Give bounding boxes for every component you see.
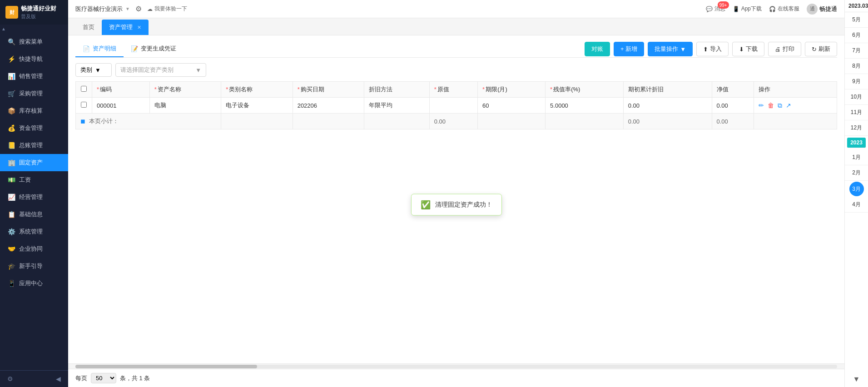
table-header-row: *编码 *资产名称 *类别名称 *购买日期 折旧方法 *原值 *期限(月) *残… [76, 82, 837, 98]
th-accumulated-depreciation: 期初累计折旧 [623, 82, 712, 98]
tabs-bar: 首页 资产管理 ✕ [68, 18, 844, 35]
subtotal-net-value: 0.00 [712, 114, 754, 129]
sidebar-item-basics[interactable]: 📋 基础信息 [0, 206, 68, 223]
topbar: 医疗器械行业演示 ▼ ⚙ ☁ 我要体验一下 💬 消息 99+ 📱 App下载 🎧… [68, 0, 844, 18]
month-item-12[interactable]: 12月 [845, 120, 868, 136]
edit-icon[interactable]: ✏ [759, 102, 764, 109]
sidebar-item-label: 资金管理 [19, 124, 43, 132]
search-icon: 🔍 [7, 38, 15, 46]
print-button[interactable]: 🖨 打印 [768, 42, 801, 56]
payroll-icon: 💵 [7, 176, 15, 184]
sidebar-item-guide[interactable]: 🎓 新手引导 [0, 258, 68, 275]
fixed-assets-icon: 🏢 [7, 159, 15, 167]
month-item-9[interactable]: 9月 [845, 74, 868, 89]
batch-button[interactable]: 批量操作 ▼ [648, 42, 693, 56]
month-item-1[interactable]: 1月 [845, 150, 868, 165]
category-input[interactable]: 请选择固定资产类别 ▼ [115, 63, 206, 77]
company-dropdown-arrow: ▼ [125, 6, 130, 11]
row-checkbox[interactable] [81, 102, 87, 108]
month-item-8[interactable]: 8月 [845, 59, 868, 74]
sidebar-item-payroll[interactable]: 💵 工资 [0, 171, 68, 189]
row-period: 60 [478, 98, 546, 114]
batch-label: 批量操作 [655, 45, 678, 53]
sidebar-item-app-center[interactable]: 📱 应用中心 [0, 275, 68, 292]
panel-down-icon[interactable]: ▼ [851, 373, 862, 385]
subtotal-empty-1 [221, 114, 293, 129]
month-item-3-active[interactable]: 3月 [849, 182, 864, 196]
sidebar-item-sales[interactable]: 📊 销售管理 [0, 68, 68, 85]
refresh-button[interactable]: ↻ 刷新 [805, 42, 837, 56]
month-item-4[interactable]: 4月 [845, 197, 868, 213]
sidebar-item-label: 采购管理 [19, 89, 43, 98]
tab-close-icon[interactable]: ✕ [137, 25, 141, 30]
sidebar-item-system[interactable]: ⚙️ 系统管理 [0, 223, 68, 240]
row-purchase-date: 202206 [293, 98, 364, 114]
message-action[interactable]: 💬 消息 99+ [706, 5, 725, 13]
copy-icon[interactable]: ⧉ [778, 102, 782, 109]
download-arrow-icon: ⬇ [739, 46, 744, 53]
subtab-asset-detail-label: 资产明细 [93, 45, 116, 53]
subtab-change-voucher[interactable]: 📝 变更生成凭证 [124, 41, 184, 57]
reconcile-button[interactable]: 对账 [585, 42, 610, 56]
experience-label: 我要体验一下 [154, 5, 187, 13]
sidebar-item-search[interactable]: 🔍 搜索菜单 [0, 33, 68, 50]
content-inner: 📄 资产明细 📝 变更生成凭证 对账 + 新增 批量操作 ▼ ⬆ [68, 35, 844, 363]
month-item-11[interactable]: 11月 [845, 105, 868, 120]
subtotal-empty-3 [364, 114, 430, 129]
sidebar-item-purchase[interactable]: 🛒 采购管理 [0, 85, 68, 102]
bottom-scrollbar[interactable] [68, 363, 844, 369]
sidebar-item-funds[interactable]: 💰 资金管理 [0, 119, 68, 137]
subtabs: 📄 资产明细 📝 变更生成凭证 对账 + 新增 批量操作 ▼ ⬆ [75, 41, 837, 58]
experience-btn[interactable]: ☁ 我要体验一下 [147, 5, 187, 13]
th-net-value: 净值 [712, 82, 754, 98]
th-period: *期限(月) [478, 82, 546, 98]
category-filter-select[interactable]: 类别 ▼ [75, 63, 112, 77]
sales-icon: 📊 [7, 72, 15, 80]
delete-icon[interactable]: 🗑 [768, 102, 774, 109]
month-item-5[interactable]: 5月 [845, 12, 868, 28]
topbar-settings-icon[interactable]: ⚙ [135, 5, 142, 13]
month-item-10[interactable]: 10月 [845, 89, 868, 105]
new-button[interactable]: + 新增 [614, 42, 644, 56]
sidebar: 财 畅捷通好业财 普及版 ▲ 🔍 搜索菜单 ⚡ 快捷导航 📊 销售管理 🛒 采购… [0, 0, 68, 387]
service-icon: 🎧 [769, 6, 776, 12]
per-page-label: 每页 [75, 374, 87, 382]
sidebar-item-quick-nav[interactable]: ⚡ 快捷导航 [0, 50, 68, 68]
online-service-action[interactable]: 🎧 在线客服 [769, 5, 799, 13]
sidebar-scroll-up[interactable]: ▲ [1, 26, 6, 31]
online-service-label: 在线客服 [778, 5, 799, 13]
month-item-7[interactable]: 7月 [845, 43, 868, 59]
th-code: *编码 [92, 82, 150, 98]
sidebar-item-label: 系统管理 [19, 228, 43, 236]
guide-icon: 🎓 [7, 262, 15, 270]
app-download-action[interactable]: 📱 App下载 [733, 5, 762, 13]
settings-bottom-icon[interactable]: ⚙ [7, 375, 13, 382]
topbar-right: 💬 消息 99+ 📱 App下载 🎧 在线客服 通 畅捷通 [706, 4, 837, 15]
tab-home[interactable]: 首页 [75, 20, 102, 35]
download-button[interactable]: ⬇ 下载 [732, 42, 764, 56]
sidebar-item-label: 固定资产 [19, 159, 43, 167]
row-actions: ✏ 🗑 ⧉ ↗ [754, 98, 837, 114]
sidebar-item-fixed-assets[interactable]: 🏢 固定资产 [0, 154, 68, 171]
more-icon[interactable]: ↗ [786, 102, 791, 109]
month-item-6[interactable]: 6月 [845, 28, 868, 43]
month-item-2[interactable]: 2月 [845, 165, 868, 181]
company-name: 医疗器械行业演示 [75, 5, 123, 13]
per-page-select[interactable]: 50 100 200 [91, 373, 116, 383]
sidebar-item-inventory[interactable]: 📦 库存核算 [0, 102, 68, 119]
sidebar-item-enterprise[interactable]: 🤝 企业协同 [0, 240, 68, 258]
company-selector[interactable]: 医疗器械行业演示 ▼ [75, 5, 130, 13]
sidebar-item-ledger[interactable]: 📒 总账管理 [0, 137, 68, 154]
sidebar-item-operations[interactable]: 📈 经营管理 [0, 189, 68, 206]
import-button[interactable]: ⬆ 导入 [696, 42, 729, 56]
sidebar-item-label: 总账管理 [19, 141, 43, 149]
select-all-checkbox[interactable] [81, 86, 87, 92]
user-profile[interactable]: 通 畅捷通 [807, 4, 837, 15]
collapse-icon[interactable]: ◀ [56, 375, 61, 382]
tab-asset-management[interactable]: 资产管理 ✕ [102, 20, 149, 35]
subtab-asset-detail[interactable]: 📄 资产明细 [75, 41, 124, 57]
category-arrow-icon: ▼ [95, 67, 101, 74]
app-center-icon: 📱 [7, 279, 15, 288]
th-category: *类别名称 [221, 82, 293, 98]
import-icon: ⬆ [703, 46, 708, 53]
